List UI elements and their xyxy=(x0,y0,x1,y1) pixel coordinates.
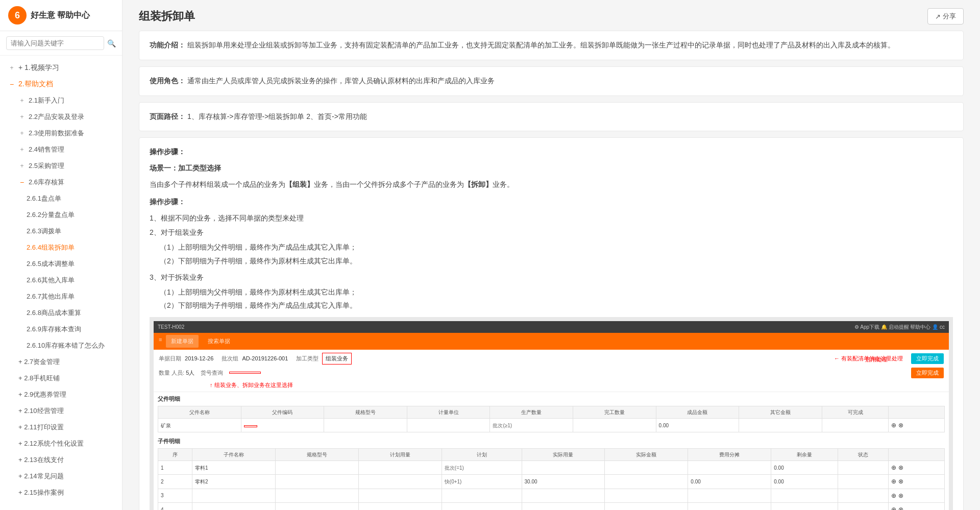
screenshot-container: TEST-H002 ⚙ App下载 🔔 启动提醒 帮助中心 👤 cc ≡ 新建单… xyxy=(150,317,953,510)
upper-cell-amount: 0.00 xyxy=(656,418,739,432)
intro-card: 功能介绍： 组装拆卸单用来处理企业组装或拆卸等加工业务，支持有固定装配清单的产品… xyxy=(139,31,964,60)
toggle-21: + xyxy=(18,97,26,104)
upper-cell-qty: 批次(≥1) xyxy=(490,418,573,432)
sidebar-item-214[interactable]: + 2.14常见问题 xyxy=(0,468,122,484)
sidebar-item-video[interactable]: + + 1.视频学习 xyxy=(0,60,122,76)
sidebar-item-211[interactable]: + 2.11打印设置 xyxy=(0,419,122,435)
lower-table: 序 子件名称 规格型号 计划用量 计划 实际用量 实际金额 费用分摊 剩余量 xyxy=(158,448,945,510)
screenshot-tab-new[interactable]: 新建单据 xyxy=(166,335,199,348)
table-row: 2 零料2 快(0+1) 30.00 0.00 0.00 xyxy=(158,475,945,489)
main-content: 组装拆卸单 ↗ 分享 功能介绍： 组装拆卸单用来处理企业组装或拆卸等加工业务，支… xyxy=(122,0,980,510)
upper-cell-canfinish xyxy=(822,418,889,432)
screenshot-topbar: TEST-H002 ⚙ App下载 🔔 启动提醒 帮助中心 👤 cc xyxy=(154,321,949,333)
upper-col-6: 完工数量 xyxy=(573,406,656,418)
form-type-label: 加工类型 组装业务 xyxy=(296,353,352,365)
sidebar-item-23[interactable]: + 2.3使用前数据准备 xyxy=(0,125,122,141)
inner-screenshot: TEST-H002 ⚙ App下载 🔔 启动提醒 帮助中心 👤 cc ≡ 新建单… xyxy=(154,321,949,510)
sidebar-item-262[interactable]: 2.6.2分量盘点单 xyxy=(0,207,122,223)
sidebar-item-266[interactable]: 2.6.6其他入库单 xyxy=(0,272,122,288)
role-text: 通常由生产人员或库管人员完成拆装业务的操作，库管人员确认原材料的出库和产成品的入… xyxy=(187,77,495,85)
sidebar-item-268[interactable]: 2.6.8商品成本重算 xyxy=(0,305,122,321)
sidebar-item-22[interactable]: + 2.2产品安装及登录 xyxy=(0,109,122,125)
nav-icon: ≡ xyxy=(159,335,162,348)
path-card: 页面路径： 1、库存核算->库存管理->组装拆卸单 2、首页->常用功能 xyxy=(139,102,964,132)
toggle-icon-help: − xyxy=(8,81,15,88)
screenshot-test-id: TEST-H002 xyxy=(158,323,184,331)
screenshot-orange-nav: ≡ 新建单据 搜索单据 xyxy=(154,333,949,350)
table-row: 1 零料1 批次(=1) 0.00 xyxy=(158,460,945,474)
toggle-25: + xyxy=(18,162,26,169)
upper-col-10 xyxy=(889,406,945,418)
form-batch-label: 批次组 AD-20191226-001 xyxy=(222,354,288,363)
sidebar-item-269[interactable]: 2.6.9库存账本查询 xyxy=(0,321,122,337)
sidebar-item-21[interactable]: + 2.1新手入门 xyxy=(0,92,122,109)
table-row: 3⊕ ⊗ xyxy=(158,489,945,502)
upper-cell-done xyxy=(573,418,656,432)
toggle-22: + xyxy=(18,113,26,120)
app-title: 好生意 帮助中心 xyxy=(31,10,90,21)
search-box: 🔍 xyxy=(0,31,122,56)
sidebar-item-213[interactable]: + 2.13在线支付 xyxy=(0,452,122,468)
share-button[interactable]: ↗ 分享 xyxy=(927,8,964,25)
sidebar-item-26[interactable]: − 2.6库存核算 xyxy=(0,174,122,190)
screenshot-complete-btn[interactable]: 立即完成 xyxy=(911,353,944,364)
operation-steps-label: 操作步骤： xyxy=(150,196,953,208)
content-body: 功能介绍： 组装拆卸单用来处理企业组装或拆卸等加工业务，支持有固定装配清单的产品… xyxy=(122,31,980,510)
step2: 2、对于组装业务 xyxy=(150,227,953,239)
sidebar-item-28[interactable]: + 2.8手机旺铺 xyxy=(0,370,122,386)
table-row: 矿泉 批次(≥1) 0.00 xyxy=(158,418,945,432)
sidebar-item-29[interactable]: + 2.9优惠券管理 xyxy=(0,386,122,403)
upper-cell-other xyxy=(739,418,822,432)
role-label: 使用角色： xyxy=(150,77,185,85)
intro-label: 功能介绍： xyxy=(150,41,185,49)
sidebar-item-2610[interactable]: 2.6.10库存账本错了怎么办 xyxy=(0,337,122,354)
content-header: 组装拆卸单 ↗ 分享 xyxy=(122,0,980,31)
sidebar-item-210[interactable]: + 2.10经营管理 xyxy=(0,403,122,419)
sidebar-item-25[interactable]: + 2.5采购管理 xyxy=(0,158,122,174)
toggle-26: − xyxy=(18,179,26,186)
step2-sub2: （2）下部明细为子件明细，最终作为原材料生成其它出库单。 xyxy=(160,255,953,268)
sidebar-item-261[interactable]: 2.6.1盘点单 xyxy=(0,190,122,207)
upper-col-8: 其它金额 xyxy=(739,406,822,418)
sidebar-item-212[interactable]: + 2.12系统个性化设置 xyxy=(0,435,122,452)
sidebar: 6 好生意 帮助中心 🔍 + + 1.视频学习 − 2.帮助文档 + 2.1新手… xyxy=(0,0,122,510)
search-field[interactable] xyxy=(229,372,261,374)
role-card: 使用角色： 通常由生产人员或库管人员完成拆装业务的操作，库管人员确认原材料的出库… xyxy=(139,66,964,96)
nav-list: + + 1.视频学习 − 2.帮助文档 + 2.1新手入门 + 2.2产品安装及… xyxy=(0,56,122,510)
sidebar-item-27[interactable]: + 2.7资金管理 xyxy=(0,354,122,370)
upper-cell-code-box[interactable] xyxy=(244,425,257,427)
screenshot-quick-btn[interactable]: 立即完成 xyxy=(911,368,944,378)
step3-sub1: （1）上部明细为父件明细，最终作为原材料生成其它出库单； xyxy=(160,286,953,299)
share-icon: ↗ xyxy=(935,13,941,20)
form-date-label: 单据日期 2019-12-26 xyxy=(159,354,213,363)
upper-col-1: 父件名称 xyxy=(158,406,241,418)
logo-icon: 6 xyxy=(8,6,27,25)
sidebar-item-264[interactable]: 2.6.4组装拆卸单 xyxy=(0,239,122,256)
upper-cell-name: 矿泉 xyxy=(158,418,241,432)
search-button[interactable]: 🔍 xyxy=(107,39,116,47)
search-input[interactable] xyxy=(6,36,104,50)
sidebar-item-265[interactable]: 2.6.5成本调整单 xyxy=(0,256,122,272)
step3: 3、对于拆装业务 xyxy=(150,272,953,284)
scene1-title: 场景一：加工类型选择 xyxy=(150,164,221,172)
sidebar-item-215[interactable]: + 2.15操作案例 xyxy=(0,484,122,501)
upper-col-5: 生产数量 xyxy=(490,406,573,418)
toggle-icon-video: + xyxy=(8,64,15,71)
sidebar-item-267[interactable]: 2.6.7其他出库单 xyxy=(0,288,122,305)
screenshot-lower-table: 子件明细 序 子件名称 规格型号 计划用量 计划 实际用量 xyxy=(154,434,949,510)
upper-cell-actions: ⊕ ⊗ xyxy=(889,418,945,432)
sidebar-item-help[interactable]: − 2.帮助文档 xyxy=(0,76,122,92)
sidebar-item-24[interactable]: + 2.4销售管理 xyxy=(0,141,122,158)
toggle-24: + xyxy=(18,146,26,153)
path-label: 页面路径： xyxy=(150,112,185,120)
screenshot-tab-search[interactable]: 搜索单据 xyxy=(203,335,235,348)
screenshot-upper-table: 父件明细 父件名称 父件编码 规格型号 计量单位 生产数量 完工数量 xyxy=(154,392,949,433)
upper-table: 父件名称 父件编码 规格型号 计量单位 生产数量 完工数量 成品金额 其它金额 … xyxy=(158,406,945,432)
form-type-value[interactable]: 组装业务 xyxy=(322,353,352,365)
screenshot-form: 单据日期 2019-12-26 批次组 AD-20191226-001 加工类型… xyxy=(154,350,949,392)
path-text: 1、库存核算->库存管理->组装拆卸单 2、首页->常用功能 xyxy=(187,112,367,120)
sidebar-item-263[interactable]: 2.6.3调拨单 xyxy=(0,223,122,239)
upper-col-2: 父件编码 xyxy=(241,406,324,418)
screenshot-top-icons: ⚙ App下载 🔔 启动提醒 帮助中心 👤 cc xyxy=(854,323,945,331)
annotation-3: 启用处理 xyxy=(865,355,888,365)
